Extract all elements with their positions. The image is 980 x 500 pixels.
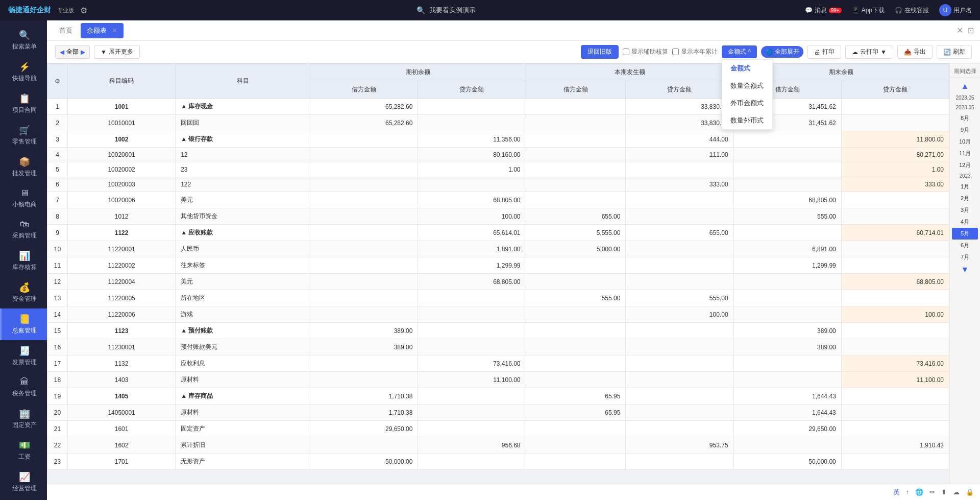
month-sep[interactable]: 9月 xyxy=(950,124,980,136)
format-option-4[interactable]: 数量外币式 xyxy=(722,112,772,129)
globe-icon[interactable]: 🌐 xyxy=(915,488,923,496)
sidebar-item-ledger[interactable]: 📒 总账管理 xyxy=(0,308,47,340)
sidebar-item-expense[interactable]: 💳 小畅报销 xyxy=(0,498,47,500)
th-open-debit: 借方金额 xyxy=(310,81,418,99)
print-btn[interactable]: 🖨 打印 xyxy=(807,45,841,59)
sidebar-item-wholesale[interactable]: 📦 批发管理 xyxy=(0,151,47,183)
month-mar[interactable]: 3月 xyxy=(950,204,980,216)
sidebar-item-assets[interactable]: 🏢 固定资产 xyxy=(0,403,47,435)
table-row[interactable]: 1611230001预付账款美元389.00389.00 xyxy=(47,339,949,355)
account-name[interactable]: 12 xyxy=(176,148,310,162)
settings-icon[interactable]: ⚙ xyxy=(80,6,87,15)
period-start[interactable]: 2023.05 xyxy=(950,93,980,103)
month-nov[interactable]: 11月 xyxy=(950,148,980,159)
table-row[interactable]: 1211220004美元68,805.0068,805.00 xyxy=(47,274,949,290)
table-settings-icon[interactable]: ⚙ xyxy=(55,78,60,85)
month-aug[interactable]: 8月 xyxy=(950,112,980,124)
back-old-version-btn[interactable]: 退回旧版 xyxy=(581,45,619,59)
table-row[interactable]: 1111220002往来标签1,299.991,299.99 xyxy=(47,257,949,274)
table-row[interactable]: 610020003122333.00333.00 xyxy=(47,177,949,192)
lock-icon[interactable]: 🔒 xyxy=(966,488,974,496)
table-row[interactable]: 91122▲ 应收账款65,614.015,555.00655.0060,714… xyxy=(47,225,949,241)
nav-back-btn[interactable]: ◀ xyxy=(60,49,64,56)
account-name[interactable]: 23 xyxy=(176,162,310,177)
cloud-print-btn[interactable]: ☁ 云打印 ▼ xyxy=(845,45,893,59)
sidebar-item-search[interactable]: 🔍 搜索菜单 xyxy=(0,25,47,56)
table-row[interactable]: 210010001回回回65,282.6033,830.9831,451.62 xyxy=(47,115,949,131)
lang-btn[interactable]: 英 xyxy=(893,488,900,497)
month-apr[interactable]: 4月 xyxy=(950,216,980,228)
format-option-1[interactable]: 金额式 xyxy=(722,60,772,77)
up-btn[interactable]: ↑ xyxy=(906,488,910,496)
table-row[interactable]: 1311220005所在地区555.00555.00 xyxy=(47,290,949,306)
table-row[interactable]: 2014050001原材料1,710.3865.951,644.43 xyxy=(47,404,949,421)
account-code: 1601 xyxy=(68,421,176,437)
month-jun[interactable]: 6月 xyxy=(950,240,980,251)
account-name[interactable]: 回回回 xyxy=(176,115,310,131)
month-may[interactable]: 5月 xyxy=(952,228,978,240)
sidebar-item-tax[interactable]: 🏛 税务管理 xyxy=(0,372,47,403)
user-avatar[interactable]: U 用户名 xyxy=(939,4,972,16)
table-row[interactable]: 231701无形资产50,000.0050,000.00 xyxy=(47,454,949,470)
expand-more-btn[interactable]: ▼ 展开更多 xyxy=(94,45,140,59)
account-name[interactable]: 其他货币资金 xyxy=(176,208,310,225)
table-row[interactable]: 1411220006游戏100.00100.00 xyxy=(47,306,949,323)
right-panel: 期间选择 ▲ 2023.05 2023.05 8月 9月 10月 11月 12月… xyxy=(949,63,980,484)
sidebar-item-ecommerce[interactable]: 🖥 小畅电商 xyxy=(0,183,47,214)
table-row[interactable]: 4100200011280,160.00111.0080,271.00 xyxy=(47,148,949,162)
nav-forward-btn[interactable]: ▶ xyxy=(81,49,85,56)
table-row[interactable]: 221602累计折旧956.68953.751,910.43 xyxy=(47,437,949,454)
month-feb[interactable]: 2月 xyxy=(950,193,980,204)
sidebar-item-purchase[interactable]: 🛍 采购管理 xyxy=(0,214,47,245)
period-end[interactable]: 2023.05 xyxy=(950,103,980,112)
format-option-2[interactable]: 数量金额式 xyxy=(722,77,772,94)
expand-all-toggle[interactable]: 🔵 全部展开 xyxy=(761,46,803,58)
message-btn[interactable]: 💬 消息 99+ xyxy=(805,6,842,15)
table-row[interactable]: 510020002231.001.00 xyxy=(47,162,949,177)
download-btn[interactable]: 📱 App下载 xyxy=(852,6,885,15)
format-dropdown-btn[interactable]: 金额式 ^ xyxy=(722,45,757,58)
table-row[interactable]: 1011220001人民币1,891.005,000.006,891.00 xyxy=(47,241,949,257)
sidebar-item-inventory[interactable]: 📊 库存核算 xyxy=(0,245,47,277)
period-down-btn[interactable]: ▼ xyxy=(950,263,980,276)
account-name[interactable]: 122 xyxy=(176,177,310,192)
sidebar-item-project[interactable]: 📋 项目合同 xyxy=(0,88,47,120)
account-name[interactable]: 预付账款美元 xyxy=(176,339,310,355)
show-aux-checkbox[interactable]: 显示辅助核算 xyxy=(623,47,668,56)
table-row[interactable]: 710020006美元68,805.0068,805.00 xyxy=(47,192,949,208)
table-row[interactable]: 211601固定资产29,650.0029,650.00 xyxy=(47,421,949,437)
month-oct[interactable]: 10月 xyxy=(950,136,980,148)
tab-close-btn[interactable]: ✕ xyxy=(112,27,117,34)
tab-home[interactable]: 首页 xyxy=(53,23,79,38)
table-row[interactable]: 11001▲ 库存现金65,282.6033,830.9831,451.62 xyxy=(47,99,949,115)
sidebar-item-invoice[interactable]: 🧾 发票管理 xyxy=(0,340,47,372)
table-row[interactable]: 171132应收利息73,416.0073,416.00 xyxy=(47,355,949,372)
table-row[interactable]: 81012其他货币资金100.00655.00555.00 xyxy=(47,208,949,225)
upload-icon[interactable]: ⬆ xyxy=(941,488,947,496)
sidebar-item-salary[interactable]: 💵 工资 xyxy=(0,435,47,466)
table-row[interactable]: 191405▲ 库存商品1,710.3865.951,644.43 xyxy=(47,388,949,404)
month-jul[interactable]: 7月 xyxy=(950,251,980,263)
refresh-btn[interactable]: 🔄 刷新 xyxy=(937,45,972,59)
period-up-btn[interactable]: ▲ xyxy=(950,80,980,93)
window-close-btn[interactable]: ✕ xyxy=(957,26,963,35)
table-container[interactable]: ⚙ 科目编码 科目 期初余额 本期发生额 期末余额 借方金额 贷方金额 借方金额 xyxy=(47,63,949,484)
sidebar-item-management[interactable]: 📈 经营管理 xyxy=(0,466,47,498)
window-restore-btn[interactable]: ⊡ xyxy=(967,26,974,35)
sidebar-item-quicknav[interactable]: ⚡ 快捷导航 xyxy=(0,56,47,88)
sidebar-item-retail[interactable]: 🛒 零售管理 xyxy=(0,120,47,151)
cloud-icon[interactable]: ☁ xyxy=(953,488,960,496)
month-jan[interactable]: 1月 xyxy=(950,181,980,193)
table-row[interactable]: 181403原材料11,100.0011,100.00 xyxy=(47,372,949,388)
table-row[interactable]: 151123▲ 预付账款389.00389.00 xyxy=(47,323,949,339)
show-ytd-checkbox[interactable]: 显示本年累计 xyxy=(672,47,718,56)
demo-text[interactable]: 我要看实例演示 xyxy=(429,6,476,15)
sidebar-item-finance[interactable]: 💰 资金管理 xyxy=(0,277,47,308)
tab-balance[interactable]: 余额表 ✕ xyxy=(81,23,124,38)
service-btn[interactable]: 🎧 在线客服 xyxy=(895,6,929,15)
export-btn[interactable]: 📤 导出 xyxy=(897,45,933,59)
table-row[interactable]: 31002▲ 银行存款11,356.00444.0011,800.00 xyxy=(47,131,949,148)
edit-icon[interactable]: ✏ xyxy=(929,488,935,496)
format-option-3[interactable]: 外币金额式 xyxy=(722,94,772,112)
month-dec[interactable]: 12月 xyxy=(950,159,980,171)
